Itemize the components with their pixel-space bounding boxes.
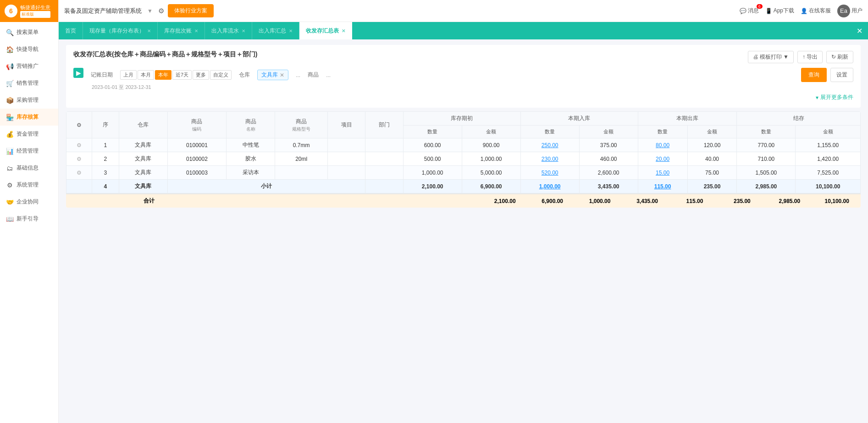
cell-out-qty[interactable]: 80.00: [638, 138, 687, 152]
sidebar-item-basic[interactable]: 🗂 基础信息: [0, 159, 58, 176]
data-table-wrap: ⚙ 序 仓库 商品编码 商品名称 商品规格型号 项目 部门 库存期初 本期入库 …: [66, 111, 861, 208]
th-balance-amt: 金额: [796, 126, 861, 138]
basic-icon: 🗂: [6, 165, 14, 172]
cell-out-qty[interactable]: 15.00: [638, 166, 687, 180]
sidebar-item-label: 企业协同: [17, 198, 39, 206]
template-print-btn[interactable]: 🖨 模板打印 ▼: [748, 51, 794, 63]
cell-settings[interactable]: ⚙: [66, 152, 92, 166]
table-footer: 合计 2,100.00 6,900.00 1,000.00 3,435.00 1…: [66, 193, 861, 208]
warehouse-more-btn[interactable]: ...: [296, 72, 300, 78]
cell-in-qty[interactable]: 230.00: [520, 152, 579, 166]
user-item[interactable]: Ea 用户: [837, 5, 862, 17]
cell-out-qty[interactable]: 20.00: [638, 152, 687, 166]
tab-home[interactable]: 首页: [59, 22, 83, 39]
date-btn-custom[interactable]: 自定义: [210, 70, 232, 80]
cell-in-qty[interactable]: 520.00: [520, 166, 579, 180]
service-item[interactable]: 👤 在线客服: [801, 7, 831, 15]
tab-inout-summary-close[interactable]: ✕: [289, 28, 293, 33]
date-btn-more[interactable]: 更多: [193, 70, 209, 80]
tab-receive-summary-label: 收发存汇总表: [306, 27, 339, 35]
tab-inout-summary[interactable]: 出入库汇总 ✕: [252, 22, 299, 39]
cell-goods-name: 胶水: [226, 152, 275, 166]
warehouse-tag-remove[interactable]: ✕: [280, 72, 284, 78]
warehouse-label: 仓库: [239, 71, 250, 79]
tab-batch-label: 库存批次账: [164, 27, 192, 35]
tab-batch[interactable]: 库存批次账 ✕: [158, 22, 205, 39]
subtotal-balance-qty: 2,985.00: [737, 180, 796, 193]
message-icon-item[interactable]: 💬 消息 6: [740, 7, 759, 15]
sidebar-item-label: 搜索菜单: [17, 28, 39, 36]
sidebar-item-system[interactable]: ⚙ 系统管理: [0, 176, 58, 193]
cell-opening-amt: 900.00: [462, 138, 520, 152]
sidebar-item-operation[interactable]: 📊 经营管理: [0, 143, 58, 159]
date-btn-this-year[interactable]: 本年: [155, 70, 171, 80]
date-btn-last-month[interactable]: 上月: [120, 70, 137, 80]
data-table: ⚙ 序 仓库 商品编码 商品名称 商品规格型号 项目 部门 库存期初 本期入库 …: [66, 111, 861, 193]
cell-opening-qty: 500.00: [403, 152, 462, 166]
cell-settings[interactable]: ⚙: [66, 138, 92, 152]
trial-btn[interactable]: 体验行业方案: [168, 4, 214, 17]
sidebar-item-enterprise[interactable]: 🤝 企业协同: [0, 193, 58, 210]
cell-warehouse: 文具库: [119, 138, 167, 152]
footer-out-qty: 115.00: [671, 198, 718, 204]
th-opening-qty: 数量: [403, 126, 462, 138]
tab-stock-dist-close[interactable]: ✕: [147, 28, 151, 33]
cell-department: [365, 166, 403, 180]
sidebar-item-label: 基础信息: [17, 164, 39, 172]
tab-receive-summary[interactable]: 收发存汇总表 ✕: [299, 22, 352, 39]
cell-goods-name: 中性笔: [226, 138, 275, 152]
table-row: ⚙ 1 文具库 0100001 中性笔 0.7mm 600.00 900.00 …: [66, 138, 861, 152]
expand-more-btn[interactable]: ▾ 展开更多条件: [816, 93, 853, 101]
sidebar-item-purchase[interactable]: 📦 采购管理: [0, 92, 58, 109]
cell-goods-name: 采访本: [226, 166, 275, 180]
system-icon: ⚙: [6, 181, 14, 189]
refresh-btn[interactable]: ↻ 刷新: [826, 51, 853, 63]
date-label: 记账日期: [91, 71, 113, 79]
sidebar-item-quick[interactable]: 🏠 快捷导航: [0, 41, 58, 58]
subtotal-opening-amt: 6,900.00: [462, 180, 520, 193]
main-area: 装备及固定资产辅助管理系统 ▼ ⚙ 体验行业方案 💬 消息 6 📱 App下载 …: [59, 0, 868, 423]
sidebar-item-search[interactable]: 🔍 搜索菜单: [0, 24, 58, 41]
sidebar-item-sales[interactable]: 🛒 销售管理: [0, 75, 58, 92]
th-goods-code: 商品编码: [167, 112, 226, 138]
cell-warehouse: 文具库: [119, 166, 167, 180]
cell-out-amt: 40.00: [687, 152, 737, 166]
topbar: 装备及固定资产辅助管理系统 ▼ ⚙ 体验行业方案 💬 消息 6 📱 App下载 …: [59, 0, 868, 22]
tab-stock-dist[interactable]: 现存量（库存分布表） ✕: [83, 22, 158, 39]
search-icon: 🔍: [6, 29, 14, 36]
sidebar-item-inventory[interactable]: 🏪 库存核算: [0, 109, 58, 126]
sidebar-nav: 🔍 搜索菜单 🏠 快捷导航 📢 营销推广 🛒 销售管理 📦 采购管理 🏪 库存核…: [0, 22, 58, 423]
header-actions: 🖨 模板打印 ▼ ↑ 导出 ↻ 刷新: [748, 51, 853, 63]
cell-settings[interactable]: ⚙: [66, 166, 92, 180]
toggle-filter-btn[interactable]: ▶: [73, 68, 83, 78]
subtotal-out-qty[interactable]: 115.00: [638, 180, 687, 193]
gear-icon[interactable]: ⚙: [158, 7, 164, 15]
date-btn-this-month[interactable]: 本月: [138, 70, 154, 80]
goods-more-btn[interactable]: ...: [326, 72, 331, 78]
settings-btn[interactable]: 设置: [830, 68, 853, 82]
warehouse-tag-value: 文具库: [261, 71, 278, 79]
export-btn[interactable]: ↑ 导出: [797, 51, 823, 63]
cell-department: [365, 152, 403, 166]
sidebar-item-finance[interactable]: 💰 资金管理: [0, 126, 58, 143]
sidebar-item-marketing[interactable]: 📢 营销推广: [0, 58, 58, 75]
tab-inout-flow[interactable]: 出入库流水 ✕: [205, 22, 252, 39]
tab-receive-summary-close[interactable]: ✕: [342, 28, 345, 33]
cell-out-amt: 75.00: [687, 166, 737, 180]
cell-in-qty[interactable]: 250.00: [520, 138, 579, 152]
tab-batch-close[interactable]: ✕: [194, 28, 198, 33]
tab-inout-flow-close[interactable]: ✕: [242, 28, 245, 33]
export-icon: ↑: [802, 54, 805, 60]
date-btn-7days[interactable]: 近7天: [172, 70, 192, 80]
app-download-item[interactable]: 📱 App下载: [765, 7, 794, 15]
subtotal-in-qty[interactable]: 1,000.00: [520, 180, 579, 193]
sidebar-item-newbie[interactable]: 📖 新手引导: [0, 210, 58, 227]
th-settings[interactable]: ⚙: [66, 112, 92, 138]
th-out: 本期出库: [638, 112, 737, 126]
cell-out-amt: 120.00: [687, 138, 737, 152]
query-btn[interactable]: 查询: [801, 68, 827, 82]
footer-balance-qty: 2,985.00: [766, 198, 813, 204]
tabbar-close-all[interactable]: ✕: [851, 27, 868, 35]
page-header: 收发存汇总表(按仓库＋商品编码＋商品＋规格型号＋项目＋部门) 🖨 模板打印 ▼ …: [66, 45, 861, 108]
date-btns: 上月 本月 本年 近7天 更多 自定义: [120, 70, 232, 80]
